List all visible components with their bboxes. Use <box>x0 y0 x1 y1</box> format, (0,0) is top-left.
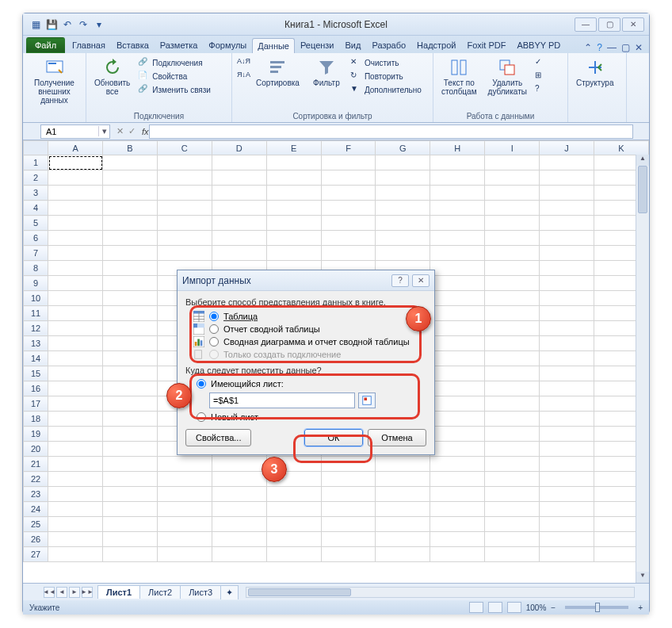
tab-nav-first[interactable]: ◄◄ <box>44 587 55 598</box>
maximize-button[interactable]: ▢ <box>598 17 620 32</box>
help-icon[interactable]: ? <box>597 42 602 53</box>
col-header[interactable]: G <box>376 141 430 155</box>
col-header[interactable]: C <box>157 141 212 155</box>
consolidate-button[interactable]: ⊞ <box>535 70 546 82</box>
tab-data[interactable]: Данные <box>252 38 295 53</box>
col-header[interactable]: K <box>594 141 649 155</box>
row-header[interactable]: 17 <box>24 396 48 412</box>
text-to-columns-button[interactable]: Текст по столбцам <box>438 56 480 98</box>
col-header[interactable]: F <box>321 141 376 155</box>
qat-dropdown-icon[interactable]: ▾ <box>93 18 105 31</box>
sort-za-button[interactable]: Я↓А <box>237 70 248 82</box>
data-validation-button[interactable]: ✓ <box>535 56 546 69</box>
row-header[interactable]: 21 <box>24 457 48 472</box>
row-header[interactable]: 20 <box>24 442 48 457</box>
row-header[interactable]: 5 <box>24 216 48 231</box>
edit-links-button[interactable]: 🔗Изменить связи <box>138 83 211 96</box>
sort-az-button[interactable]: А↓Я <box>237 56 248 69</box>
cell-reference-input[interactable] <box>209 392 355 408</box>
row-header[interactable]: 12 <box>24 321 48 336</box>
tab-addins[interactable]: Надстрой <box>411 37 461 53</box>
name-box[interactable]: A1 ▾ <box>40 124 110 139</box>
sort-button[interactable]: Сортировка <box>253 56 303 89</box>
tab-nav-prev[interactable]: ◄ <box>56 587 67 598</box>
row-header[interactable]: 24 <box>24 502 48 517</box>
reapply-button[interactable]: ↻Повторить <box>350 70 422 82</box>
sheet-tab[interactable]: Лист2 <box>139 585 181 599</box>
tab-file[interactable]: Файл <box>26 37 65 53</box>
row-header[interactable]: 7 <box>24 246 48 261</box>
row-header[interactable]: 9 <box>24 276 48 291</box>
dialog-close-button[interactable]: ✕ <box>412 274 430 287</box>
undo-icon[interactable]: ↶ <box>61 18 74 31</box>
close-button[interactable]: ✕ <box>622 17 644 32</box>
scroll-up-icon[interactable]: ▲ <box>636 155 649 166</box>
row-header[interactable]: 27 <box>24 547 48 562</box>
row-header[interactable]: 26 <box>24 532 48 547</box>
properties-button[interactable]: Свойства... <box>185 429 251 446</box>
hscroll-thumb[interactable] <box>248 588 351 596</box>
col-header[interactable]: D <box>212 141 266 155</box>
row-header[interactable]: 3 <box>24 186 48 201</box>
option-chart-radio[interactable] <box>209 337 219 347</box>
remove-duplicates-button[interactable]: Удалить дубликаты <box>485 56 530 98</box>
doc-restore-icon[interactable]: ▢ <box>621 42 630 53</box>
tab-developer[interactable]: Разрабо <box>366 37 411 53</box>
ok-button[interactable]: ОК <box>304 429 363 446</box>
cancel-button[interactable]: Отмена <box>368 429 426 446</box>
option-new-sheet-radio[interactable] <box>197 412 206 422</box>
tab-abbyy[interactable]: ABBYY PD <box>511 37 566 53</box>
row-header[interactable]: 4 <box>24 201 48 216</box>
dialog-help-button[interactable]: ? <box>391 274 409 287</box>
row-header[interactable]: 19 <box>24 427 48 442</box>
tab-layout[interactable]: Разметка <box>155 37 204 53</box>
view-layout-button[interactable] <box>488 602 502 613</box>
outline-button[interactable]: Структура <box>573 56 617 89</box>
col-header[interactable]: J <box>540 141 594 155</box>
filter-button[interactable]: Фильтр <box>307 56 346 89</box>
tab-foxit[interactable]: Foxit PDF <box>462 37 512 53</box>
row-header[interactable]: 2 <box>24 170 48 186</box>
external-data-button[interactable]: Получение внешних данных <box>28 56 81 106</box>
tab-insert[interactable]: Вставка <box>111 37 155 53</box>
select-all-corner[interactable] <box>24 141 48 155</box>
option-existing-radio[interactable] <box>197 379 206 389</box>
sheet-tab[interactable]: Лист1 <box>97 585 140 599</box>
sheet-tab[interactable]: Лист3 <box>180 585 221 599</box>
new-sheet-button[interactable]: ✦ <box>220 585 239 599</box>
refresh-all-button[interactable]: Обновить все <box>91 56 133 98</box>
tab-nav-next[interactable]: ► <box>69 587 80 598</box>
row-header[interactable]: 18 <box>24 412 48 427</box>
tab-view[interactable]: Вид <box>340 37 367 53</box>
dialog-titlebar[interactable]: Импорт данных ? ✕ <box>178 270 434 291</box>
fx-icon[interactable]: fx <box>142 127 149 136</box>
col-header[interactable]: I <box>485 141 540 155</box>
row-header[interactable]: 23 <box>24 487 48 502</box>
view-break-button[interactable] <box>507 602 521 613</box>
row-header[interactable]: 8 <box>24 261 48 276</box>
row-header[interactable]: 6 <box>24 231 48 246</box>
row-header[interactable]: 15 <box>24 366 48 381</box>
collapse-dialog-button[interactable] <box>358 392 376 408</box>
doc-close-icon[interactable]: ✕ <box>635 42 643 53</box>
tab-formulas[interactable]: Формулы <box>203 37 252 53</box>
row-header[interactable]: 22 <box>24 472 48 487</box>
view-normal-button[interactable] <box>469 602 483 613</box>
zoom-out-button[interactable]: − <box>551 603 556 612</box>
redo-icon[interactable]: ↷ <box>77 18 90 31</box>
row-header[interactable]: 1 <box>24 155 48 170</box>
option-pivot-radio[interactable] <box>209 324 219 334</box>
zoom-slider[interactable] <box>565 606 628 609</box>
tab-home[interactable]: Главная <box>67 37 111 53</box>
scroll-thumb[interactable] <box>638 166 647 213</box>
advanced-filter-button[interactable]: ▼Дополнительно <box>350 83 422 96</box>
doc-minimize-icon[interactable]: — <box>607 42 617 53</box>
enter-formula-icon[interactable]: ✓ <box>128 126 136 136</box>
horizontal-scrollbar[interactable] <box>246 587 635 598</box>
zoom-in-button[interactable]: + <box>638 603 643 612</box>
option-table-radio[interactable] <box>209 312 219 321</box>
vertical-scrollbar[interactable]: ▲ ▼ <box>636 155 649 583</box>
tab-review[interactable]: Рецензи <box>295 37 340 53</box>
properties-button[interactable]: 📄Свойства <box>138 70 211 82</box>
save-icon[interactable]: 💾 <box>45 18 58 31</box>
